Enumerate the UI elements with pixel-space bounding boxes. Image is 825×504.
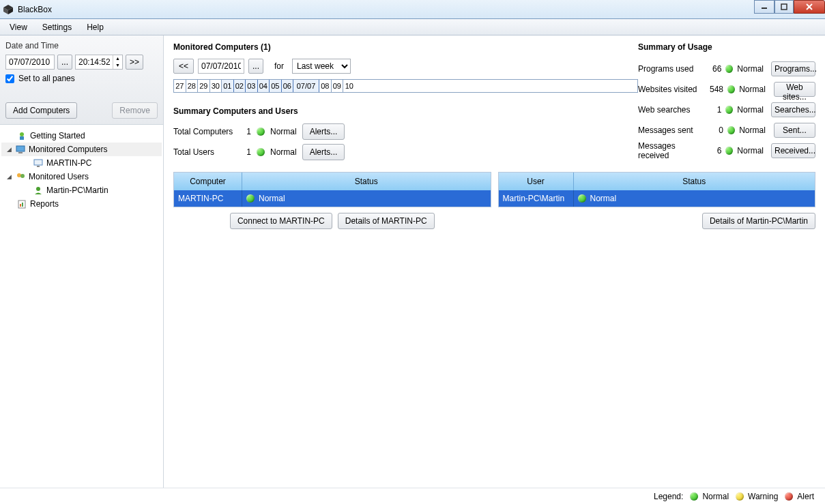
svg-point-7 (20, 132, 24, 136)
alerts-computers-button[interactable]: Alerts... (302, 123, 345, 140)
day-cell[interactable]: 29 (198, 80, 210, 92)
day-cell[interactable]: 08 (319, 80, 332, 92)
time-up-icon[interactable]: ▲ (113, 55, 122, 62)
tree-martin-pc[interactable]: MARTIN-PC (1, 156, 162, 170)
programs-button[interactable]: Programs... (771, 61, 815, 76)
status-dot-icon (578, 194, 586, 203)
status-dot-icon (257, 148, 265, 156)
details-user-button[interactable]: Details of Martin-PC\Martin (702, 213, 815, 229)
date-time-panel: Date and Time ... ▲▼ >> Set to all panes… (0, 35, 163, 125)
day-cell[interactable]: 02 (234, 80, 246, 92)
date-time-label: Date and Time (5, 41, 158, 50)
nav-date-input[interactable] (198, 59, 244, 74)
legend-label: Legend: (654, 492, 683, 501)
received-button[interactable]: Received... (771, 143, 815, 158)
th-status[interactable]: Status (242, 173, 491, 190)
table-row[interactable]: MARTIN-PC Normal (174, 190, 491, 207)
computer-icon (33, 158, 44, 168)
day-cell-current[interactable]: 07/07 (293, 80, 319, 92)
th-user[interactable]: User (499, 173, 574, 190)
usage-row-websites: Websites visited 548 Normal Web sites... (638, 79, 815, 100)
svg-rect-18 (22, 203, 23, 207)
total-users-label: Total Users (173, 147, 239, 157)
svg-point-15 (36, 187, 40, 191)
tree-martin-user[interactable]: Martin-PC\Martin (1, 183, 162, 197)
computers-table: Computer Status MARTIN-PC Normal (173, 172, 491, 207)
range-select[interactable]: Last week (292, 59, 351, 74)
date-input[interactable] (5, 55, 55, 70)
legend-bar: Legend: Normal Warning Alert (0, 488, 825, 504)
cell-status: Normal (574, 190, 815, 207)
svg-rect-11 (34, 160, 42, 165)
legend-warning-icon (736, 492, 744, 501)
for-label: for (274, 61, 284, 71)
day-cell[interactable]: 05 (270, 80, 282, 92)
tree-monitored-computers[interactable]: ◢ Monitored Computers (1, 143, 162, 156)
sent-button[interactable]: Sent... (774, 123, 815, 138)
close-button[interactable] (794, 0, 825, 14)
prev-date-button[interactable]: << (173, 59, 194, 74)
status-dot-icon (257, 128, 265, 136)
day-strip: 27 28 29 30 01 02 03 04 05 06 07/07 08 0… (173, 79, 638, 93)
status-dot-icon (727, 126, 735, 134)
maximize-button[interactable] (775, 0, 794, 14)
svg-rect-4 (781, 4, 787, 10)
apply-date-button[interactable]: >> (126, 55, 143, 70)
details-computer-button[interactable]: Details of MARTIN-PC (338, 213, 435, 229)
tree-monitored-users[interactable]: ◢ Monitored Users (1, 170, 162, 183)
cell-user-name: Martin-PC\Martin (499, 190, 574, 207)
day-cell[interactable]: 04 (258, 80, 270, 92)
legend-normal-icon (690, 492, 698, 501)
title-bar: BlackBox (0, 0, 825, 19)
day-cell[interactable]: 10 (343, 80, 356, 92)
menu-view[interactable]: View (3, 21, 34, 33)
summary-cu-title: Summary Computers and Users (173, 106, 638, 116)
day-cell[interactable]: 28 (186, 80, 199, 92)
svg-rect-10 (18, 152, 23, 153)
status-text: Normal (270, 127, 297, 136)
window-title: BlackBox (18, 5, 52, 14)
cell-status: Normal (242, 190, 491, 207)
caret-icon[interactable]: ◢ (5, 146, 12, 153)
status-dot-icon (725, 106, 733, 114)
searches-button[interactable]: Searches... (771, 102, 815, 117)
th-status[interactable]: Status (574, 173, 815, 190)
usage-row-received: Messages received 6 Normal Received... (638, 140, 815, 161)
svg-rect-12 (37, 166, 40, 167)
tree-reports[interactable]: Reports (1, 197, 162, 211)
table-row[interactable]: Martin-PC\Martin Normal (499, 190, 815, 207)
add-computers-button[interactable]: Add Computers (5, 102, 77, 119)
minimize-button[interactable] (754, 0, 775, 14)
nav-date-picker-button[interactable]: ... (248, 59, 263, 74)
users-table: User Status Martin-PC\Martin Normal (498, 172, 816, 207)
day-cell[interactable]: 09 (332, 80, 344, 92)
navigation-tree: Getting Started ◢ Monitored Computers MA… (0, 125, 163, 488)
alerts-users-button[interactable]: Alerts... (302, 144, 345, 160)
svg-rect-9 (16, 146, 25, 151)
day-cell[interactable]: 27 (174, 80, 186, 92)
websites-button[interactable]: Web sites... (774, 82, 815, 97)
users-icon (15, 171, 26, 182)
day-cell[interactable]: 03 (246, 80, 258, 92)
summary-usage-title: Summary of Usage (638, 42, 815, 52)
connect-computer-button[interactable]: Connect to MARTIN-PC (230, 213, 332, 229)
svg-point-13 (17, 173, 21, 177)
day-cell[interactable]: 30 (210, 80, 222, 92)
caret-icon[interactable]: ◢ (5, 173, 12, 180)
cell-computer-name: MARTIN-PC (174, 190, 242, 207)
th-computer[interactable]: Computer (174, 173, 242, 190)
page-title: Monitored Computers (1) (173, 42, 638, 52)
time-down-icon[interactable]: ▼ (113, 62, 122, 69)
menu-settings[interactable]: Settings (35, 21, 78, 33)
status-dot-icon (727, 85, 735, 93)
total-users-value: 1 (244, 147, 251, 157)
menu-help[interactable]: Help (80, 21, 111, 33)
svg-rect-17 (20, 204, 21, 207)
day-cell[interactable]: 06 (282, 80, 294, 92)
date-picker-button[interactable]: ... (57, 55, 72, 70)
day-cell[interactable]: 01 (222, 80, 234, 92)
tree-getting-started[interactable]: Getting Started (1, 129, 162, 143)
app-icon (3, 4, 14, 15)
time-input[interactable]: ▲▼ (75, 55, 123, 70)
set-all-panes-checkbox[interactable]: Set to all panes (5, 74, 158, 83)
